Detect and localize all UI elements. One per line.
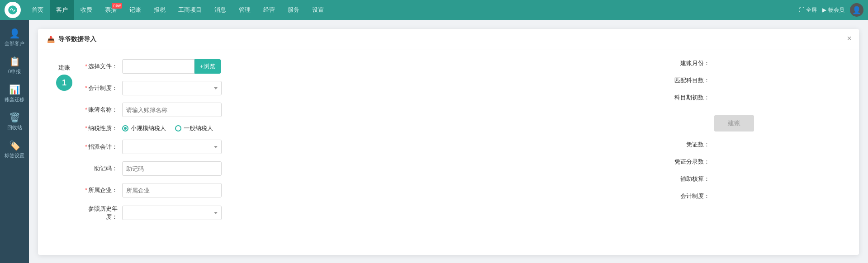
avatar[interactable]: 👤 xyxy=(850,3,863,17)
history-select[interactable] xyxy=(122,206,222,220)
migration-icon: 📊 xyxy=(9,84,20,95)
sidebar-item-declaration[interactable]: 📋 0申报 xyxy=(0,52,29,80)
import-icon: 📥 xyxy=(47,36,55,43)
fullscreen-icon: ⛶ xyxy=(799,7,804,13)
app-logo xyxy=(5,2,21,18)
nav-customer[interactable]: 客户 xyxy=(50,0,74,20)
tax-option-general[interactable]: 一般纳税人 xyxy=(175,124,213,132)
required-star6: * xyxy=(85,187,87,193)
dialog-header: 📥 导爷数据导入 xyxy=(38,29,859,50)
required-star5: * xyxy=(85,143,87,150)
tax-label: *纳税性质： xyxy=(81,124,118,132)
step-circle: 1 xyxy=(56,75,72,91)
content-area: 📥 导爷数据导入 × 建账 1 *选择文件： xyxy=(29,20,868,263)
nav-tax[interactable]: 报税 xyxy=(147,0,172,20)
match-label: 匹配科目数： xyxy=(664,76,710,85)
tax-label-small: 小规模纳税人 xyxy=(131,124,166,132)
sidebar-item-migration[interactable]: 📊 账套迁移 xyxy=(0,80,29,108)
memo-row: 助记码： xyxy=(81,161,651,176)
voucher-row: 凭证数： xyxy=(664,141,841,149)
history-label: 参照历史年度： xyxy=(81,205,118,221)
people-icon: 👤 xyxy=(9,28,20,39)
memo-input[interactable] xyxy=(122,161,222,176)
ledger-row: *账簿名称： xyxy=(81,103,651,117)
aux-label: 辅助核算： xyxy=(664,175,710,183)
tag-icon: 🏷️ xyxy=(9,140,20,151)
nav-settings[interactable]: 设置 xyxy=(306,0,330,20)
nav-manage[interactable]: 管理 xyxy=(232,0,257,20)
accounting-label: *会计制度： xyxy=(81,84,118,92)
member-button[interactable]: ▶ 畅会员 xyxy=(822,6,844,14)
tax-option-small[interactable]: 小规模纳税人 xyxy=(122,124,166,132)
company-label: *所属企业： xyxy=(81,186,118,194)
nav-bookkeeping[interactable]: 记账 xyxy=(123,0,147,20)
step-indicator: 建账 1 xyxy=(56,59,72,91)
nav-items: 首页 客户 收费 票据 new 记账 报税 工商项目 消息 管理 经营 服务 设… xyxy=(25,0,799,20)
accounting-system-row: 会计制度： xyxy=(664,192,841,200)
right-section: 建账月份： 匹配科目数： 科目期初数： 建账 凭证数： xyxy=(651,59,841,228)
nav-invoice[interactable]: 票据 new xyxy=(99,0,123,20)
form-section: *选择文件： +浏览 *会计制度： xyxy=(81,59,651,228)
sidebar-item-all-customers[interactable]: 👤 全部客户 xyxy=(0,23,29,52)
dialog-title: 导爷数据导入 xyxy=(58,35,96,43)
tax-row: *纳税性质： 小规模纳税人 一般纳税人 xyxy=(81,124,651,132)
avatar-icon: 👤 xyxy=(852,6,861,14)
radio-dot-general xyxy=(175,125,181,132)
month-label: 建账月份： xyxy=(664,59,710,67)
radio-dot-small xyxy=(122,125,128,132)
trash-icon: 🗑️ xyxy=(9,112,20,123)
import-dialog: 📥 导爷数据导入 × 建账 1 *选择文件： xyxy=(38,29,859,255)
browse-button[interactable]: +浏览 xyxy=(194,59,221,74)
step-label: 建账 xyxy=(58,64,70,72)
accounting-select[interactable] xyxy=(122,81,222,95)
sidebar-item-tags[interactable]: 🏷️ 标签设置 xyxy=(0,136,29,164)
nav-home[interactable]: 首页 xyxy=(25,0,50,20)
required-star: * xyxy=(85,63,87,70)
accountant-select[interactable] xyxy=(122,140,222,154)
required-star3: * xyxy=(85,106,87,113)
file-label: *选择文件： xyxy=(81,62,118,70)
file-input[interactable] xyxy=(122,59,194,74)
accountant-label: *指派会计： xyxy=(81,143,118,151)
accounting-system-label: 会计制度： xyxy=(664,192,710,200)
nav-fee[interactable]: 收费 xyxy=(74,0,99,20)
accountant-row: *指派会计： xyxy=(81,140,651,154)
top-navigation: 首页 客户 收费 票据 new 记账 报税 工商项目 消息 管理 经营 服务 设… xyxy=(0,0,868,20)
memo-label: 助记码： xyxy=(81,164,118,173)
history-row: 参照历史年度： xyxy=(81,205,651,221)
aux-row: 辅助核算： xyxy=(664,175,841,183)
ledger-input[interactable] xyxy=(122,103,222,117)
nav-service[interactable]: 服务 xyxy=(281,0,306,20)
sidebar: 👤 全部客户 📋 0申报 📊 账套迁移 🗑️ 回收站 🏷️ 标签设置 xyxy=(0,20,29,263)
fullscreen-button[interactable]: ⛶ 全屏 xyxy=(799,6,817,14)
required-star4: * xyxy=(85,125,87,132)
accounting-row: *会计制度： xyxy=(81,81,651,95)
file-input-wrap: +浏览 xyxy=(122,59,221,74)
voucher-entries-row: 凭证分录数： xyxy=(664,158,841,166)
required-star2: * xyxy=(85,85,87,91)
voucher-entries-label: 凭证分录数： xyxy=(664,158,710,166)
create-account-button: 建账 xyxy=(714,115,754,132)
company-input[interactable] xyxy=(122,183,222,197)
file-row: *选择文件： +浏览 xyxy=(81,59,651,74)
new-badge: new xyxy=(112,3,122,9)
subject-label: 科目期初数： xyxy=(664,94,710,102)
nav-message[interactable]: 消息 xyxy=(208,0,232,20)
sidebar-item-recycle[interactable]: 🗑️ 回收站 xyxy=(0,108,29,136)
nav-right: ⛶ 全屏 ▶ 畅会员 👤 xyxy=(799,3,863,17)
nav-operation[interactable]: 经营 xyxy=(257,0,281,20)
play-icon: ▶ xyxy=(822,7,826,13)
main-layout: 👤 全部客户 📋 0申报 📊 账套迁移 🗑️ 回收站 🏷️ 标签设置 📥 导爷数… xyxy=(0,20,868,263)
subject-row: 科目期初数： xyxy=(664,94,841,102)
voucher-label: 凭证数： xyxy=(664,141,710,149)
match-row: 匹配科目数： xyxy=(664,76,841,85)
company-row: *所属企业： xyxy=(81,183,651,197)
dialog-body: 建账 1 *选择文件： +浏览 xyxy=(38,50,859,237)
nav-business[interactable]: 工商项目 xyxy=(172,0,208,20)
tax-label-general: 一般纳税人 xyxy=(184,124,213,132)
left-section: 建账 1 *选择文件： +浏览 xyxy=(56,59,651,228)
month-row: 建账月份： xyxy=(664,59,841,67)
close-button[interactable]: × xyxy=(847,34,852,42)
declaration-icon: 📋 xyxy=(9,56,20,67)
ledger-label: *账簿名称： xyxy=(81,106,118,114)
